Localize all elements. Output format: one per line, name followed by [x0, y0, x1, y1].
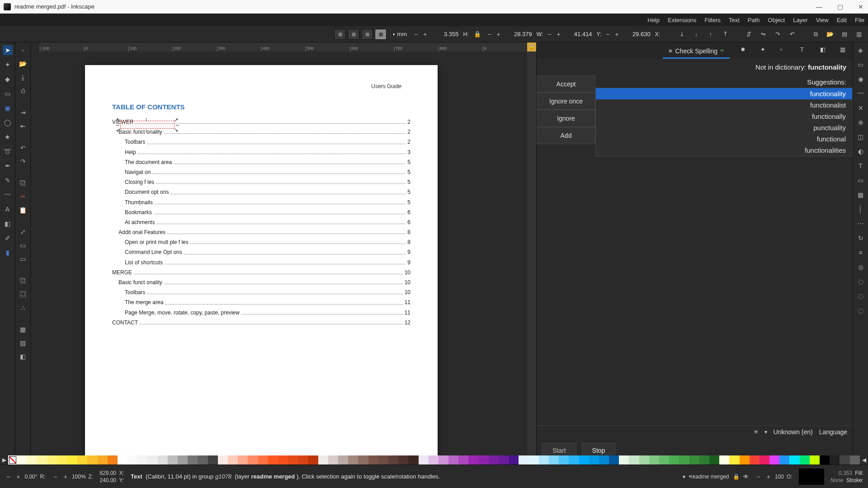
scale-handle-se[interactable]: ↘ [174, 127, 179, 132]
snap-path-icon[interactable]: 〰 [856, 89, 866, 99]
snap-item-icon[interactable]: ◌ [856, 277, 866, 286]
color-swatch[interactable] [448, 455, 458, 465]
color-swatch[interactable] [388, 455, 398, 465]
save-icon[interactable]: ⭳ [18, 72, 28, 82]
color-swatch[interactable] [308, 455, 318, 465]
lock-aspect-icon[interactable]: 🔒 [472, 29, 483, 40]
opacity-dec[interactable]: − [755, 473, 762, 480]
flip-v-icon[interactable]: ⇵ [743, 29, 754, 40]
menu-text[interactable]: Text [729, 17, 740, 23]
dropper-tool-icon[interactable]: ✐ [3, 233, 13, 243]
preferences-icon[interactable]: ▤ [839, 29, 850, 40]
color-swatch[interactable] [298, 455, 308, 465]
color-swatch[interactable] [278, 455, 288, 465]
menu-file[interactable]: File [855, 17, 864, 23]
snap-rotation-icon[interactable]: ↻ [856, 233, 866, 243]
color-swatch[interactable] [729, 455, 739, 465]
panel-fill-icon[interactable]: ▫ [780, 46, 789, 55]
scale-handle-sw[interactable]: ↙ [116, 127, 121, 132]
color-swatch[interactable] [689, 455, 699, 465]
canvas[interactable]: Users Guide TABLE OF CONTENTS VIEWER2Bas… [40, 52, 527, 455]
maximize-button[interactable]: ▢ [836, 3, 844, 10]
open-doc-icon[interactable]: 📂 [18, 59, 28, 69]
color-swatch[interactable] [559, 455, 569, 465]
suggestion-item[interactable]: punctuality [596, 122, 852, 133]
color-swatch[interactable] [268, 455, 278, 465]
duplicate-icon[interactable]: ⧉ [810, 29, 821, 40]
h-inc[interactable]: + [422, 31, 428, 38]
color-swatch[interactable] [228, 455, 238, 465]
color-swatch[interactable] [429, 455, 439, 465]
menu-layer[interactable]: Layer [793, 17, 808, 23]
layer-lock-icon[interactable]: 🔒 [733, 474, 740, 480]
color-swatch[interactable] [118, 455, 127, 465]
color-swatch[interactable] [328, 455, 338, 465]
ignore-once-button[interactable]: Ignore once [537, 93, 595, 110]
color-swatch[interactable] [439, 455, 448, 465]
y-dec[interactable]: − [547, 31, 552, 38]
rotate-ccw-icon[interactable]: ↶ [787, 29, 797, 40]
snap-guide-icon[interactable]: │ [856, 204, 866, 214]
menu-path[interactable]: Path [748, 17, 760, 23]
close-button[interactable]: ✕ [857, 3, 864, 10]
transform-mode-1[interactable]: ▦ [375, 29, 387, 40]
color-swatch[interactable] [288, 455, 298, 465]
tab-check-spelling[interactable]: ✕ Check Spelling ᵃᵇ [663, 45, 730, 59]
xml-icon[interactable]: ◧ [18, 352, 28, 361]
transform-mode-4[interactable]: ▦ [334, 29, 346, 40]
copy-icon[interactable]: ⿻ [18, 178, 28, 188]
color-swatch[interactable] [127, 455, 137, 465]
paintbucket-tool-icon[interactable]: ▮ [3, 248, 13, 258]
color-swatch[interactable] [669, 455, 679, 465]
rotation-value[interactable]: 0.00° [24, 474, 37, 480]
color-swatch[interactable] [850, 455, 860, 465]
color-swatch[interactable] [17, 455, 27, 465]
cut-icon[interactable]: ✂ [18, 192, 28, 202]
opacity-inc[interactable]: + [765, 473, 772, 480]
color-swatch[interactable] [649, 455, 659, 465]
snap-grid-icon[interactable]: ▦ [856, 190, 866, 200]
color-swatch[interactable] [67, 455, 77, 465]
y-value[interactable]: 41.414 [565, 31, 592, 38]
x-dec[interactable]: − [605, 31, 610, 38]
color-swatch[interactable] [589, 455, 599, 465]
color-swatch[interactable] [98, 455, 108, 465]
layer-visible-icon[interactable]: 👁 [743, 474, 749, 480]
pencil-tool-icon[interactable]: ✎ [3, 175, 13, 185]
color-swatch[interactable] [368, 455, 378, 465]
color-swatch[interactable] [358, 455, 368, 465]
x-inc[interactable]: + [614, 31, 619, 38]
color-swatch[interactable] [659, 455, 669, 465]
color-swatch[interactable] [479, 455, 489, 465]
scale-handle-s[interactable]: ↕ [145, 128, 150, 133]
color-swatch[interactable] [77, 455, 87, 465]
raise-icon[interactable]: ↑ [705, 29, 716, 40]
suggestion-item[interactable]: functionalist [596, 99, 852, 111]
color-swatch[interactable] [489, 455, 499, 465]
color-swatch[interactable] [569, 455, 579, 465]
zoom-page-icon[interactable]: ▭ [18, 240, 28, 250]
scale-handle-e[interactable]: ↔ [175, 123, 179, 127]
rotate-cw-icon[interactable]: ↷ [772, 29, 783, 40]
color-swatch[interactable] [198, 455, 208, 465]
open-icon[interactable]: 📂 [825, 29, 835, 40]
color-swatch[interactable] [840, 455, 849, 465]
fill-indicator[interactable] [799, 469, 824, 485]
language-dropdown-icon[interactable]: ▾ [764, 429, 767, 435]
transform-mode-2[interactable]: ▦ [361, 29, 373, 40]
suggestion-item[interactable]: functionality [596, 88, 852, 99]
color-swatch[interactable] [499, 455, 509, 465]
color-swatch[interactable] [218, 455, 228, 465]
color-swatch[interactable] [549, 455, 559, 465]
panel-align-icon[interactable]: ✦ [760, 46, 769, 55]
unlink-clone-icon[interactable]: ⛬ [18, 303, 28, 313]
snap-intersection-icon[interactable]: ✕ [856, 103, 866, 113]
language-value[interactable]: Unknown (en) [774, 428, 813, 436]
color-swatch[interactable] [509, 455, 519, 465]
snap-center-icon[interactable]: ⊕ [856, 117, 866, 127]
color-swatch[interactable] [178, 455, 188, 465]
color-swatch[interactable] [238, 455, 248, 465]
color-swatch[interactable] [750, 455, 760, 465]
ungroup-icon[interactable]: ▨ [18, 338, 28, 348]
accept-button[interactable]: Accept [537, 75, 595, 93]
